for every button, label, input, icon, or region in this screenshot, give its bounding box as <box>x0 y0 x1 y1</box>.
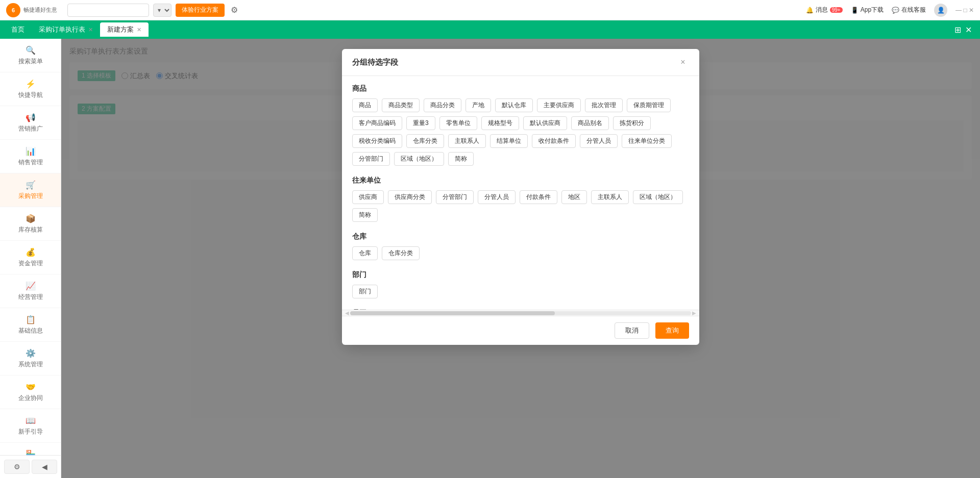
cancel-button[interactable]: 取消 <box>615 322 649 339</box>
field-tag-warehouse-cat[interactable]: 仓库分类 <box>382 246 420 260</box>
tab-purchase-order[interactable]: 采购订单执行表 ✕ <box>32 22 100 37</box>
field-tag-short-name-product[interactable]: 简称 <box>448 152 474 166</box>
window-controls[interactable]: — □ ✕ <box>955 7 974 14</box>
field-tag-settlement-unit[interactable]: 结算单位 <box>490 134 528 148</box>
nav-expand-icon[interactable]: ⊞ <box>954 25 961 35</box>
search-dropdown[interactable]: ▾ <box>153 4 172 17</box>
field-group-warehouse-title: 仓库 <box>352 232 689 241</box>
field-tag-supplier[interactable]: 供应商 <box>352 190 384 204</box>
tab-new-plan[interactable]: 新建方案 ✕ <box>100 22 149 37</box>
field-tag-product-alias[interactable]: 商品别名 <box>571 116 609 130</box>
sidebar-item-operations[interactable]: 📈 经营管理 <box>0 274 61 308</box>
sidebar-item-basic-info[interactable]: 📋 基础信息 <box>0 308 61 342</box>
scroll-right-btn[interactable]: ▶ <box>691 310 697 316</box>
field-tag-warehouse-category[interactable]: 仓库分类 <box>406 134 444 148</box>
gear-button[interactable]: ⚙ <box>4 460 30 474</box>
field-tag-dept[interactable]: 部门 <box>352 285 378 298</box>
field-tag-batch-mgmt[interactable]: 批次管理 <box>585 98 623 112</box>
field-tag-weight3[interactable]: 重量3 <box>406 116 435 130</box>
main-layout: 🔍 搜索菜单 ⚡ 快捷导航 📢 营销推广 📊 销售管理 🛒 采购管理 📦 库存核… <box>0 39 980 478</box>
settings-icon[interactable]: ⚙ <box>231 5 238 15</box>
field-tag-product-type[interactable]: 商品类型 <box>382 98 420 112</box>
tab-purchase-order-close[interactable]: ✕ <box>88 27 93 33</box>
field-tag-managing-dept[interactable]: 分管部门 <box>352 152 390 166</box>
sidebar-item-guide[interactable]: 📖 新手引导 <box>0 409 61 443</box>
field-tag-payment-terms[interactable]: 收付款条件 <box>532 134 576 148</box>
message-item[interactable]: 🔔 消息 99+ <box>806 6 843 14</box>
tab-home[interactable]: 首页 <box>4 22 32 37</box>
field-tag-default-warehouse[interactable]: 默认仓库 <box>495 98 533 112</box>
field-tags-product: 商品 商品类型 商品分类 产地 默认仓库 主要供应商 批次管理 保质期管理 客户… <box>352 98 689 166</box>
app-download-item[interactable]: 📱 App下载 <box>851 6 884 14</box>
svg-text:6: 6 <box>12 7 15 13</box>
field-tag-default-supplier[interactable]: 默认供应商 <box>523 116 567 130</box>
field-tag-warehouse[interactable]: 仓库 <box>352 246 378 260</box>
content-area: 采购订单执行表方案设置 1 选择模板 汇总表 交叉统计表 2 方案配置 <box>61 39 980 478</box>
modal-overlay: 分组待选字段 × 商品 商品 商品类型 商品分类 产地 默认仓库 主要供应商 <box>61 39 980 478</box>
field-tag-retail-unit[interactable]: 零售单位 <box>439 116 477 130</box>
sidebar: 🔍 搜索菜单 ⚡ 快捷导航 📢 营销推广 📊 销售管理 🛒 采购管理 📦 库存核… <box>0 39 61 478</box>
field-tag-supervisor[interactable]: 分管人员 <box>580 134 618 148</box>
field-tag-region-product[interactable]: 区域（地区） <box>394 152 444 166</box>
field-tag-origin[interactable]: 产地 <box>465 98 491 112</box>
field-tag-person-partner[interactable]: 分管人员 <box>478 190 516 204</box>
field-tag-main-contact[interactable]: 主联系人 <box>448 134 486 148</box>
field-tag-supplier-category[interactable]: 供应商分类 <box>388 190 432 204</box>
field-tag-area[interactable]: 地区 <box>561 190 587 204</box>
online-service-item[interactable]: 💬 在线客服 <box>892 6 926 14</box>
confirm-button[interactable]: 查询 <box>655 322 689 339</box>
basic-info-icon: 📋 <box>26 314 36 324</box>
field-group-dept-title: 部门 <box>352 270 689 280</box>
collapse-button[interactable]: ◀ <box>32 460 57 474</box>
scroll-left-btn[interactable]: ◀ <box>344 310 350 316</box>
sidebar-item-system[interactable]: ⚙️ 系统管理 <box>0 342 61 375</box>
nav-close-icon[interactable]: ✕ <box>965 25 972 35</box>
field-tag-main-contact-partner[interactable]: 主联系人 <box>591 190 629 204</box>
scrollbar-thumb <box>350 311 555 315</box>
avatar: 👤 <box>934 4 947 17</box>
top-header: 6 畅捷通好生意 ▾ 体验行业方案 ⚙ 🔔 消息 99+ 📱 App下载 💬 在… <box>0 0 980 20</box>
field-tag-partner-category[interactable]: 往来单位分类 <box>622 134 672 148</box>
field-tag-customer-code[interactable]: 客户商品编码 <box>352 116 402 130</box>
field-tag-product[interactable]: 商品 <box>352 98 378 112</box>
search-icon: 🔍 <box>26 45 36 55</box>
sales-icon: 📊 <box>26 146 36 156</box>
search-input[interactable] <box>67 4 149 17</box>
tab-new-plan-close[interactable]: ✕ <box>137 27 141 33</box>
horizontal-scrollbar[interactable] <box>350 311 691 315</box>
sidebar-item-enterprise[interactable]: 🤝 企业协同 <box>0 375 61 409</box>
field-tag-spec-model[interactable]: 规格型号 <box>481 116 519 130</box>
user-avatar[interactable]: 👤 <box>934 4 947 17</box>
modal-body: 商品 商品 商品类型 商品分类 产地 默认仓库 主要供应商 批次管理 保质期管理… <box>342 76 699 310</box>
sidebar-item-finance[interactable]: 💰 资金管理 <box>0 241 61 274</box>
field-tag-expiry-mgmt[interactable]: 保质期管理 <box>627 98 671 112</box>
field-tag-dept-partner[interactable]: 分管部门 <box>436 190 474 204</box>
sidebar-item-quick-nav[interactable]: ⚡ 快捷导航 <box>0 72 61 106</box>
sidebar-item-sales[interactable]: 📊 销售管理 <box>0 140 61 173</box>
field-tag-region-partner[interactable]: 区域（地区） <box>633 190 683 204</box>
field-tag-pay-condition[interactable]: 付款条件 <box>520 190 557 204</box>
message-icon: 🔔 <box>806 7 814 14</box>
field-tag-pick-points[interactable]: 拣货积分 <box>613 116 651 130</box>
logo-text: 畅捷通好生意 <box>23 7 57 13</box>
field-tag-main-supplier[interactable]: 主要供应商 <box>537 98 581 112</box>
field-tags-dept: 部门 <box>352 285 689 298</box>
field-group-partner-title: 往来单位 <box>352 176 689 185</box>
message-badge: 99+ <box>830 7 843 13</box>
field-group-product-title: 商品 <box>352 84 689 93</box>
sidebar-item-marketing[interactable]: 📢 营销推广 <box>0 106 61 140</box>
field-tag-short-name-partner[interactable]: 简称 <box>352 208 378 222</box>
field-tag-tax-code[interactable]: 税收分类编码 <box>352 134 402 148</box>
logo-icon: 6 <box>6 3 20 17</box>
field-group-dept: 部门 部门 <box>352 270 689 298</box>
modal-footer: 取消 查询 <box>342 316 699 345</box>
sidebar-item-inventory[interactable]: 📦 库存核算 <box>0 207 61 241</box>
experience-btn[interactable]: 体验行业方案 <box>176 4 225 17</box>
modal-close-button[interactable]: × <box>677 56 689 68</box>
modal-title: 分组待选字段 <box>352 58 398 67</box>
sidebar-item-purchase[interactable]: 🛒 采购管理 <box>0 173 61 207</box>
enterprise-icon: 🤝 <box>26 382 36 392</box>
logo-area: 6 畅捷通好生意 <box>6 3 67 17</box>
sidebar-item-search[interactable]: 🔍 搜索菜单 <box>0 39 61 72</box>
field-tag-product-category[interactable]: 商品分类 <box>424 98 461 112</box>
